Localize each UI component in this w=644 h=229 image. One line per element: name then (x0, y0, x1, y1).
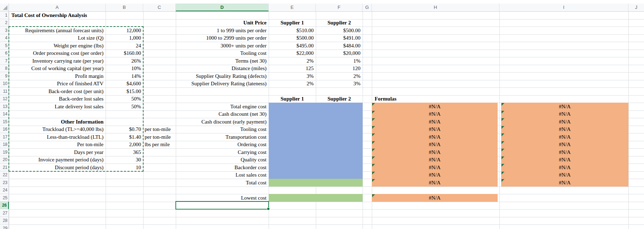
column-header-F[interactable]: F (316, 4, 363, 11)
cell-A13[interactable]: Late delivery lost sales (9, 103, 106, 110)
cell-F10[interactable]: 3% (316, 80, 363, 87)
column-header-D[interactable]: D (176, 4, 269, 11)
na-cell-I13[interactable]: #N/A (501, 103, 628, 110)
cell-A18[interactable]: Per ton-mile (9, 141, 106, 148)
cell-D22[interactable]: Lost sales cost (176, 171, 269, 179)
na-cell-H18[interactable]: #N/A (372, 141, 498, 148)
cell-D5[interactable]: 3000+ units per order (176, 42, 269, 50)
row-header-26[interactable]: 26 (0, 202, 9, 209)
na-cell-H15[interactable]: #N/A (372, 118, 498, 126)
column-header-G[interactable]: G (363, 4, 372, 11)
row-header-1[interactable]: 1 (0, 11, 9, 19)
cell-E9[interactable]: 3% (269, 72, 316, 80)
cell-B16[interactable]: $0.70 (106, 126, 143, 133)
cell-E3[interactable]: $510.00 (269, 27, 316, 34)
cell-B8[interactable]: 10% (106, 65, 143, 72)
row-header-6[interactable]: 6 (0, 50, 9, 57)
column-header-C[interactable]: C (143, 4, 176, 11)
column-header-H[interactable]: H (372, 4, 499, 11)
row-header-22[interactable]: 22 (0, 171, 9, 179)
row-header-19[interactable]: 19 (0, 148, 9, 156)
row-header-21[interactable]: 21 (0, 164, 9, 171)
cell-A7[interactable]: Inventory carrying rate (per year) (9, 57, 106, 65)
row-header-11[interactable]: 11 (0, 87, 9, 95)
cell-B6[interactable]: $160.00 (106, 50, 143, 57)
na-cell-H21[interactable]: #N/A (372, 164, 498, 171)
cell-B13[interactable]: 50% (106, 103, 143, 110)
column-header-E[interactable]: E (269, 4, 316, 11)
cell-D13[interactable]: Total engine cost (176, 103, 269, 110)
cell-C16[interactable]: per ton-mile (143, 126, 176, 133)
cell-B10[interactable]: $4,600 (106, 80, 143, 87)
row-header-16[interactable]: 16 (0, 126, 9, 133)
cell-A10[interactable]: Price of finished ATV (9, 80, 106, 87)
cell-F9[interactable]: 2% (316, 72, 363, 80)
row-header-28[interactable]: 28 (0, 217, 9, 224)
cell-A20[interactable]: Invoice payment period (days) (9, 156, 106, 164)
na-cell-H13[interactable]: #N/A (372, 103, 498, 110)
row-header-24[interactable]: 24 (0, 187, 9, 194)
row-header-20[interactable]: 20 (0, 156, 9, 164)
na-cell-H23[interactable]: #N/A (372, 179, 498, 187)
cell-D17[interactable]: Transportation cost (176, 133, 269, 141)
na-cell-I20[interactable]: #N/A (501, 156, 628, 164)
na-cell-I14[interactable]: #N/A (501, 110, 628, 118)
cell-D16[interactable]: Tooling cost (176, 126, 269, 133)
row-header-8[interactable]: 8 (0, 65, 9, 72)
row-header-7[interactable]: 7 (0, 57, 9, 65)
row-header-27[interactable]: 27 (0, 209, 9, 217)
cell-F3[interactable]: $500.00 (316, 27, 363, 34)
cell-E10[interactable]: 2% (269, 80, 316, 87)
cell-A12[interactable]: Back-order lost sales (9, 95, 106, 103)
cell-D25-lowest-cost[interactable]: Lowest cost (176, 194, 269, 202)
cell-E12-supplier1[interactable]: Supplier 1 (269, 95, 316, 103)
active-cell-D26[interactable] (175, 201, 269, 210)
row-header-25[interactable]: 25 (0, 194, 9, 202)
cell-D6[interactable]: Tooling cost (176, 50, 269, 57)
cell-F12-supplier2[interactable]: Supplier 2 (316, 95, 363, 103)
cell-F8[interactable]: 120 (316, 65, 363, 72)
cell-D10[interactable]: Supplier Delivery Rating (lateness) (176, 80, 269, 87)
cell-A9[interactable]: Profit margin (9, 72, 106, 80)
cell-E4[interactable]: $500.00 (269, 34, 316, 42)
cell-B4[interactable]: 1,000 (106, 34, 143, 42)
cell-B11[interactable]: $15.00 (106, 87, 143, 95)
row-header-15[interactable]: 15 (0, 118, 9, 126)
cell-D3[interactable]: 1 to 999 units per order (176, 27, 269, 34)
cell-F6[interactable]: $20,000 (316, 50, 363, 57)
row-header-10[interactable]: 10 (0, 80, 9, 87)
row-header-14[interactable]: 14 (0, 110, 9, 118)
na-cell-I19[interactable]: #N/A (501, 148, 628, 156)
cell-H12-formulas[interactable]: Formulas (373, 95, 480, 103)
cell-A19[interactable]: Days per year (9, 148, 106, 156)
cell-D14[interactable]: Cash discount (net 30) (176, 110, 269, 118)
na-cell-H19[interactable]: #N/A (372, 148, 498, 156)
cell-B18[interactable]: 2,000 (106, 141, 143, 148)
row-header-12[interactable]: 12 (0, 95, 9, 103)
cell-A1-title[interactable]: Total Cost of Ownership Analysis (10, 11, 162, 19)
na-cell-I17[interactable]: #N/A (501, 133, 628, 141)
cell-F7[interactable]: 1% (316, 57, 363, 65)
cell-D23[interactable]: Total cost (176, 179, 269, 187)
column-header-A[interactable]: A (9, 4, 106, 11)
na-cell-H25[interactable]: #N/A (372, 194, 498, 202)
row-header-23[interactable]: 23 (0, 179, 9, 187)
cell-D20[interactable]: Quality cost (176, 156, 269, 164)
select-all-corner[interactable] (0, 4, 9, 11)
na-cell-I21[interactable]: #N/A (501, 164, 628, 171)
cell-F5[interactable]: $484.00 (316, 42, 363, 50)
cell-B21[interactable]: 10 (106, 164, 143, 171)
cell-D21[interactable]: Backorder cost (176, 164, 269, 171)
row-header-9[interactable]: 9 (0, 72, 9, 80)
cell-C18[interactable]: lbs per mile (143, 141, 176, 148)
column-header-J[interactable]: J (628, 4, 644, 11)
cell-D7[interactable]: Terms (net 30) (176, 57, 269, 65)
na-cell-I18[interactable]: #N/A (501, 141, 628, 148)
cell-D9[interactable]: Supplier Quality Rating (defects) (176, 72, 269, 80)
row-header-4[interactable]: 4 (0, 34, 9, 42)
na-cell-I16[interactable]: #N/A (501, 126, 628, 133)
na-cell-H16[interactable]: #N/A (372, 126, 498, 133)
row-header-5[interactable]: 5 (0, 42, 9, 50)
cell-D4[interactable]: 1000 to 2999 units per order (176, 34, 269, 42)
na-cell-H14[interactable]: #N/A (372, 110, 498, 118)
